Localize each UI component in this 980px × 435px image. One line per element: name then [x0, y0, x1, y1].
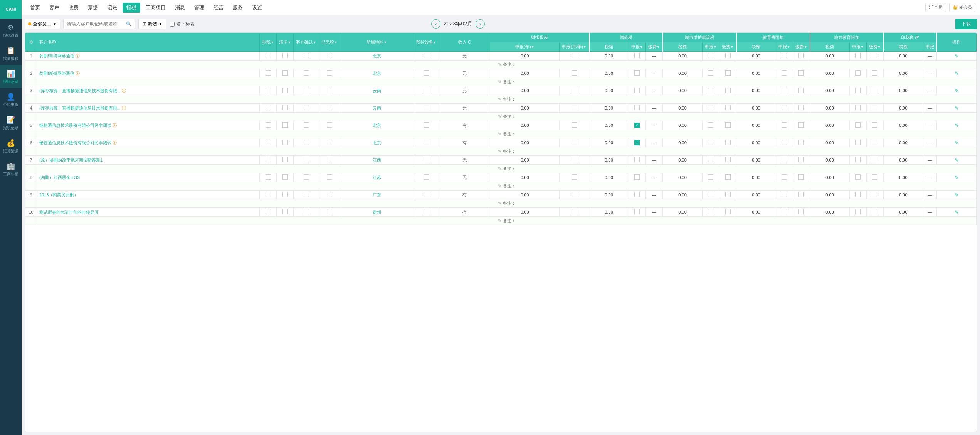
unchecked-checkbox[interactable] [327, 209, 332, 214]
unchecked-checkbox[interactable] [872, 105, 877, 110]
edit-icon[interactable]: ✎ [955, 209, 959, 215]
unchecked-checkbox[interactable] [424, 174, 429, 180]
unchecked-checkbox[interactable] [725, 53, 731, 58]
unchecked-checkbox[interactable] [327, 174, 332, 180]
unchecked-checkbox[interactable] [572, 140, 577, 145]
unchecked-checkbox[interactable] [798, 174, 804, 180]
unchecked-checkbox[interactable] [798, 122, 804, 128]
unchecked-checkbox[interactable] [304, 70, 309, 76]
unchecked-checkbox[interactable] [634, 174, 640, 180]
unchecked-checkbox[interactable] [572, 192, 577, 197]
unchecked-checkbox[interactable] [855, 209, 861, 214]
unchecked-checkbox[interactable] [782, 53, 787, 58]
unchecked-checkbox[interactable] [634, 105, 640, 110]
edit-icon[interactable]: ✎ [955, 140, 959, 146]
unchecked-checkbox[interactable] [282, 70, 288, 76]
sidebar-item-personal-tax[interactable]: 👤 个税申报 [0, 88, 22, 111]
unchecked-checkbox[interactable] [424, 157, 429, 162]
client-name-cell[interactable]: (库存核算）直播畅捷通信息技术股份有限... ⓘ [37, 86, 260, 95]
unchecked-checkbox[interactable] [572, 88, 577, 93]
checked-checkbox[interactable]: ✓ [634, 123, 640, 128]
unchecked-checkbox[interactable] [304, 174, 309, 180]
fullscreen-button[interactable]: ⛶ 全屏 [925, 3, 946, 12]
unchecked-checkbox[interactable] [634, 209, 640, 214]
unchecked-checkbox[interactable] [424, 122, 429, 128]
sidebar-item-tax-settings[interactable]: ⚙ 报税设置 [0, 19, 22, 42]
unchecked-checkbox[interactable] [872, 192, 877, 197]
unchecked-checkbox[interactable] [282, 157, 288, 162]
unchecked-checkbox[interactable] [725, 140, 731, 145]
unchecked-checkbox[interactable] [872, 53, 877, 58]
nav-fee[interactable]: 收费 [65, 3, 82, 13]
unchecked-checkbox[interactable] [798, 157, 804, 162]
unchecked-checkbox[interactable] [304, 157, 309, 162]
unchecked-checkbox[interactable] [708, 53, 713, 58]
unchecked-checkbox[interactable] [634, 192, 640, 197]
client-name-cell[interactable]: 勿删!新锐网络通信 ⓘ [37, 69, 260, 78]
unchecked-checkbox[interactable] [855, 53, 861, 58]
edit-icon[interactable]: ✎ [955, 192, 959, 198]
unchecked-checkbox[interactable] [634, 157, 640, 162]
unchecked-checkbox[interactable] [855, 157, 861, 162]
unchecked-checkbox[interactable] [266, 209, 271, 214]
sidebar-item-annual-settlement[interactable]: 💰 汇算清缴 [0, 134, 22, 157]
unchecked-checkbox[interactable] [798, 105, 804, 110]
unchecked-checkbox[interactable] [855, 140, 861, 145]
member-button[interactable]: 👑 稻会员 [949, 3, 975, 12]
unchecked-checkbox[interactable] [708, 88, 713, 93]
sidebar-item-business-annual[interactable]: 🏢 工商年报 [0, 157, 22, 180]
unchecked-checkbox[interactable] [424, 192, 429, 197]
unchecked-checkbox[interactable] [327, 105, 332, 110]
edit-icon[interactable]: ✎ [955, 71, 959, 76]
nav-settings[interactable]: 设置 [248, 3, 266, 13]
unchecked-checkbox[interactable] [855, 192, 861, 197]
unchecked-checkbox[interactable] [327, 70, 332, 76]
unchecked-checkbox[interactable] [282, 192, 288, 197]
unchecked-checkbox[interactable] [634, 70, 640, 76]
unchecked-checkbox[interactable] [572, 209, 577, 214]
unchecked-checkbox[interactable] [282, 174, 288, 180]
unchecked-checkbox[interactable] [266, 122, 271, 128]
prev-month-button[interactable]: ‹ [431, 19, 440, 29]
unchecked-checkbox[interactable] [872, 122, 877, 128]
unchecked-checkbox[interactable] [266, 88, 271, 93]
unchecked-checkbox[interactable] [855, 70, 861, 76]
unchecked-checkbox[interactable] [634, 88, 640, 93]
unchecked-checkbox[interactable] [855, 174, 861, 180]
unchecked-checkbox[interactable] [708, 174, 713, 180]
client-name-cell[interactable]: 勿删!新锐网络通信 ⓘ [37, 52, 260, 61]
nav-manage[interactable]: 管理 [190, 3, 208, 13]
unchecked-checkbox[interactable] [798, 140, 804, 145]
unchecked-checkbox[interactable] [782, 105, 787, 110]
unchecked-checkbox[interactable] [424, 105, 429, 110]
unchecked-checkbox[interactable] [782, 157, 787, 162]
unchecked-checkbox[interactable] [872, 140, 877, 145]
download-button[interactable]: 下载 [955, 19, 977, 29]
unchecked-checkbox[interactable] [266, 157, 271, 162]
search-icon[interactable]: 🔍 [126, 21, 132, 27]
nav-bookkeeping[interactable]: 记账 [103, 3, 121, 13]
unchecked-checkbox[interactable] [424, 209, 429, 214]
unchecked-checkbox[interactable] [708, 157, 713, 162]
filter-button[interactable]: ⊞ 筛选 ▼ [138, 19, 166, 29]
unchecked-checkbox[interactable] [327, 88, 332, 93]
unchecked-checkbox[interactable] [798, 209, 804, 214]
unchecked-checkbox[interactable] [266, 192, 271, 197]
unchecked-checkbox[interactable] [855, 88, 861, 93]
client-name-cell[interactable]: (勿删）江西股金-LSS [37, 173, 260, 182]
unchecked-checkbox[interactable] [708, 70, 713, 76]
unchecked-checkbox[interactable] [424, 88, 429, 93]
next-month-button[interactable]: › [476, 19, 485, 29]
unchecked-checkbox[interactable] [872, 174, 877, 180]
unchecked-checkbox[interactable] [855, 122, 861, 128]
unchecked-checkbox[interactable] [725, 157, 731, 162]
client-name-cell[interactable]: 畅捷通信息技术股份有限公司民非测试 ⓘ [37, 138, 260, 147]
unchecked-checkbox[interactable] [304, 209, 309, 214]
unchecked-checkbox[interactable] [782, 88, 787, 93]
unchecked-checkbox[interactable] [708, 209, 713, 214]
nav-client[interactable]: 客户 [45, 3, 63, 13]
unchecked-checkbox[interactable] [282, 209, 288, 214]
client-name-cell[interactable]: 测试斯泰的凭证打印的时候是否 [37, 208, 260, 217]
unchecked-checkbox[interactable] [266, 174, 271, 180]
unchecked-checkbox[interactable] [282, 122, 288, 128]
